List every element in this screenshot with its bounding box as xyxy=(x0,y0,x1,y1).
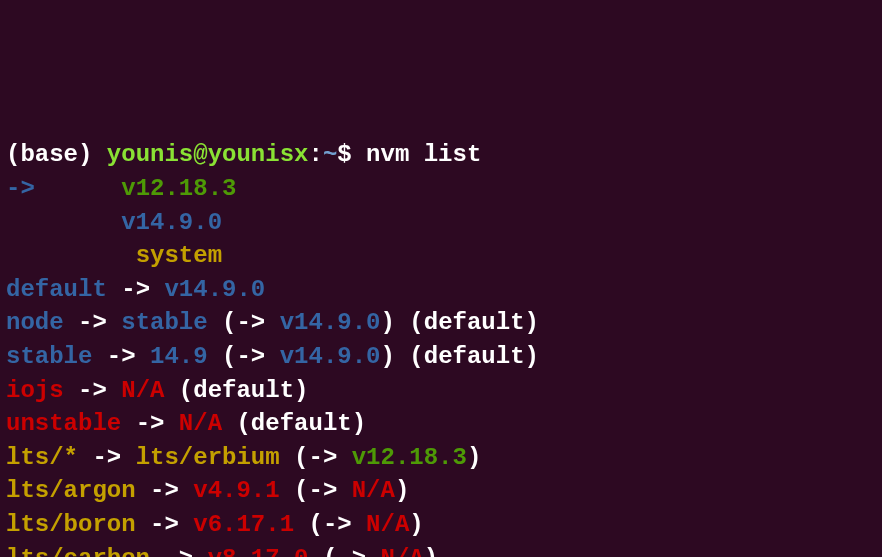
stable-target: 14.9 xyxy=(150,343,208,370)
prompt-dollar: $ xyxy=(337,141,351,168)
lts-boron-version: v6.17.1 xyxy=(193,511,294,538)
paren-close: ) xyxy=(409,511,423,538)
paren-open: ( xyxy=(222,309,236,336)
lts-carbon-label: lts/carbon xyxy=(6,545,150,558)
command-text: nvm list xyxy=(366,141,481,168)
terminal-output[interactable]: (base) younis@younisx:~$ nvm list -> v12… xyxy=(6,138,876,557)
lts-boron-na: N/A xyxy=(366,511,409,538)
paren-open: ( xyxy=(294,477,308,504)
arrow: -> xyxy=(136,410,165,437)
inner-arrow: -> xyxy=(236,343,265,370)
node-version: v14.9.0 xyxy=(280,309,381,336)
default-tag: (default) xyxy=(236,410,366,437)
lts-carbon-na: N/A xyxy=(381,545,424,558)
default-tag: (default) xyxy=(179,377,309,404)
prompt-colon: : xyxy=(308,141,322,168)
lts-argon-na: N/A xyxy=(352,477,395,504)
default-tag: (default) xyxy=(409,343,539,370)
prompt-base: (base) xyxy=(6,141,92,168)
default-version: v14.9.0 xyxy=(164,276,265,303)
lts-star-label: lts/* xyxy=(6,444,78,471)
lts-star-target: lts/erbium xyxy=(136,444,280,471)
paren-open: ( xyxy=(294,444,308,471)
paren-close: ) xyxy=(424,545,438,558)
paren-open: ( xyxy=(308,511,322,538)
iojs-label: iojs xyxy=(6,377,64,404)
paren-close: ) xyxy=(395,477,409,504)
unstable-na: N/A xyxy=(179,410,222,437)
arrow: -> xyxy=(107,343,136,370)
arrow: -> xyxy=(164,545,193,558)
prompt-userhost: younis@younisx xyxy=(107,141,309,168)
inner-arrow: -> xyxy=(236,309,265,336)
lts-star-version: v12.18.3 xyxy=(352,444,467,471)
iojs-na: N/A xyxy=(121,377,164,404)
default-label: default xyxy=(6,276,107,303)
inner-arrow: -> xyxy=(323,511,352,538)
lts-argon-label: lts/argon xyxy=(6,477,136,504)
paren-open: ( xyxy=(323,545,337,558)
lts-boron-label: lts/boron xyxy=(6,511,136,538)
lts-argon-version: v4.9.1 xyxy=(193,477,279,504)
arrow: -> xyxy=(121,276,150,303)
default-tag: (default) xyxy=(409,309,539,336)
stable-label: stable xyxy=(6,343,92,370)
arrow: -> xyxy=(92,444,121,471)
inner-arrow: -> xyxy=(308,477,337,504)
version-v14: v14.9.0 xyxy=(121,209,222,236)
paren-close: ) xyxy=(467,444,481,471)
system-label: system xyxy=(136,242,222,269)
node-target: stable xyxy=(121,309,207,336)
arrow: -> xyxy=(150,511,179,538)
version-current: v12.18.3 xyxy=(121,175,236,202)
arrow: -> xyxy=(150,477,179,504)
arrow: -> xyxy=(78,377,107,404)
prompt-path: ~ xyxy=(323,141,337,168)
unstable-label: unstable xyxy=(6,410,121,437)
paren-close: ) xyxy=(381,343,395,370)
node-label: node xyxy=(6,309,64,336)
lts-carbon-version: v8.17.0 xyxy=(208,545,309,558)
arrow-current: -> xyxy=(6,175,35,202)
inner-arrow: -> xyxy=(337,545,366,558)
arrow: -> xyxy=(78,309,107,336)
inner-arrow: -> xyxy=(308,444,337,471)
paren-close: ) xyxy=(381,309,395,336)
paren-open: ( xyxy=(222,343,236,370)
stable-version: v14.9.0 xyxy=(280,343,381,370)
